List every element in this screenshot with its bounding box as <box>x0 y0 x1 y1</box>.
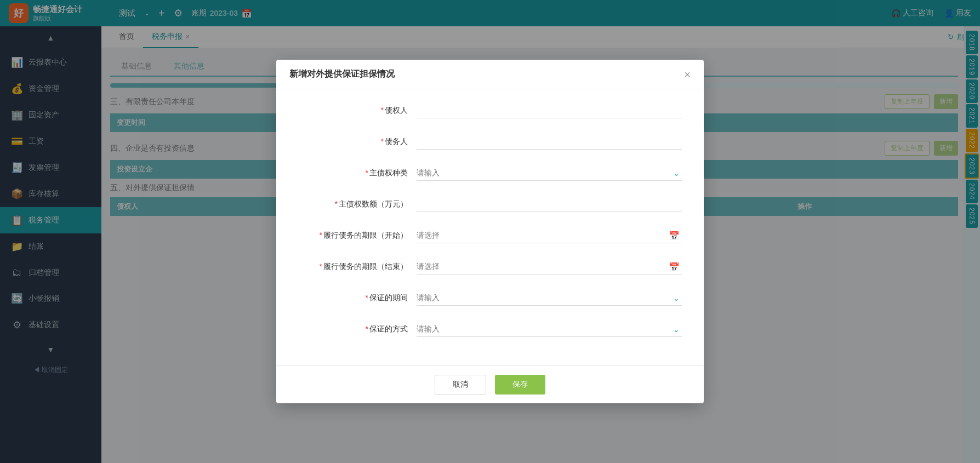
modal-footer: 取消 保存 <box>276 365 704 403</box>
modal-header: 新增对外提供保证担保情况 × <box>276 60 704 89</box>
select-wrap-guarantee-method: ⌄ <box>417 321 682 337</box>
label-period-end: *履行债务的期限（结束） <box>298 262 408 272</box>
label-claim-amount: *主债权数额（万元） <box>298 199 408 209</box>
input-claim-amount[interactable] <box>417 196 682 212</box>
field-period-end: *履行债务的期限（结束） 📅 <box>298 259 682 275</box>
label-period-start: *履行债务的期限（开始） <box>298 231 408 241</box>
calendar-icon-end[interactable]: 📅 <box>669 261 680 272</box>
modal-title: 新增对外提供保证担保情况 <box>289 68 395 80</box>
input-wrap-creditor <box>417 102 682 118</box>
label-creditor: *债权人 <box>298 106 408 116</box>
select-wrap-guarantee-period: ⌄ <box>417 290 682 306</box>
cancel-button[interactable]: 取消 <box>435 375 486 395</box>
modal-dialog: 新增对外提供保证担保情况 × *债权人 *债务人 <box>276 60 704 403</box>
input-wrap-debtor <box>417 134 682 150</box>
label-claim-type: *主债权种类 <box>298 168 408 178</box>
modal-body: *债权人 *债务人 *主债权种类 <box>276 89 704 365</box>
calendar-icon-start[interactable]: 📅 <box>669 230 680 241</box>
chevron-down-icon-guarantee-method[interactable]: ⌄ <box>673 325 680 334</box>
select-wrap-claim-type: ⌄ <box>417 165 682 181</box>
chevron-down-icon-guarantee-period[interactable]: ⌄ <box>673 294 680 302</box>
chevron-down-icon-claim-type[interactable]: ⌄ <box>673 169 680 178</box>
label-debtor: *债务人 <box>298 137 408 147</box>
input-guarantee-method[interactable] <box>417 321 682 337</box>
modal-overlay: 新增对外提供保证担保情况 × *债权人 *债务人 <box>0 0 980 463</box>
field-claim-amount: *主债权数额（万元） <box>298 196 682 212</box>
field-debtor: *债务人 <box>298 134 682 150</box>
field-creditor: *债权人 <box>298 102 682 118</box>
input-period-end[interactable] <box>417 259 682 275</box>
field-guarantee-method: *保证的方式 ⌄ <box>298 321 682 337</box>
save-button[interactable]: 保存 <box>495 375 545 395</box>
input-wrap-claim-amount <box>417 196 682 212</box>
field-claim-type: *主债权种类 ⌄ <box>298 165 682 181</box>
input-creditor[interactable] <box>417 102 682 118</box>
input-period-start[interactable] <box>417 227 682 243</box>
input-claim-type[interactable] <box>417 165 682 181</box>
input-debtor[interactable] <box>417 134 682 150</box>
input-guarantee-period[interactable] <box>417 290 682 306</box>
field-guarantee-period: *保证的期间 ⌄ <box>298 290 682 306</box>
modal-close-button[interactable]: × <box>684 69 691 80</box>
select-wrap-period-start: 📅 <box>417 227 682 243</box>
select-wrap-period-end: 📅 <box>417 259 682 275</box>
field-period-start: *履行债务的期限（开始） 📅 <box>298 227 682 243</box>
label-guarantee-period: *保证的期间 <box>298 293 408 303</box>
label-guarantee-method: *保证的方式 <box>298 324 408 334</box>
